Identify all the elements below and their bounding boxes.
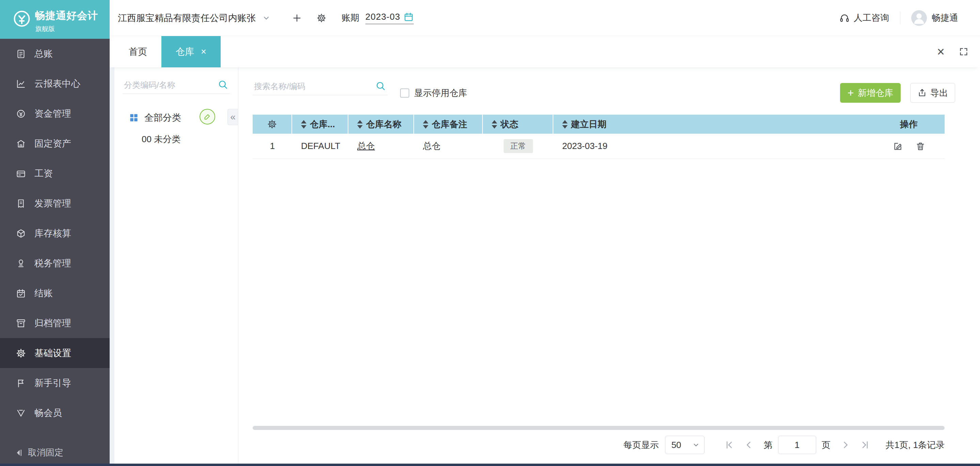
unpin-sidebar-button[interactable]: 取消固定	[14, 447, 63, 458]
user-name[interactable]: 畅捷通	[932, 12, 958, 24]
collapse-panel-button[interactable]: «	[228, 109, 238, 125]
first-page-button[interactable]	[724, 440, 734, 450]
prev-page-button[interactable]	[744, 440, 754, 450]
sidebar-item-fixed-assets[interactable]: 固定资产	[0, 128, 110, 159]
sort-icon[interactable]	[423, 120, 428, 128]
sidebar-item-inventory[interactable]: 库存核算	[0, 219, 110, 248]
account-settings-button[interactable]	[317, 13, 326, 23]
tab-warehouse[interactable]: 仓库 ×	[161, 36, 221, 67]
unpin-label: 取消固定	[28, 447, 63, 458]
per-page-value: 50	[671, 440, 681, 450]
sidebar-item-cloud-reports[interactable]: 云报表中心	[0, 69, 110, 99]
chart-icon	[16, 79, 26, 89]
fullscreen-icon[interactable]	[959, 47, 969, 57]
collapse-icon: «	[230, 112, 235, 122]
support-button[interactable]: 人工咨询	[839, 12, 889, 24]
company-selector[interactable]: 江西服宝精品有限责任公司内账张	[118, 12, 271, 24]
sidebar-item-archive[interactable]: 归档管理	[0, 308, 110, 338]
pagination: 每页显示 50 第 页	[253, 435, 945, 455]
sidebar-item-basic-settings[interactable]: 基础设置	[0, 338, 110, 368]
period-selector[interactable]: 2023-03	[365, 11, 414, 24]
per-page-select[interactable]: 50	[665, 436, 705, 454]
card-icon	[16, 168, 26, 179]
warehouse-name-link[interactable]: 总仓	[357, 140, 375, 152]
status-badge: 正常	[504, 139, 533, 153]
tab-label: 首页	[129, 46, 147, 58]
sort-icon[interactable]	[357, 120, 363, 128]
sort-icon[interactable]	[492, 120, 497, 128]
unpin-icon	[14, 448, 24, 458]
sidebar-item-beginner-guide[interactable]: 新手引导	[0, 368, 110, 398]
sidebar-item-tax[interactable]: 税务管理	[0, 248, 110, 278]
topbar-right: 人工咨询 畅捷通	[839, 10, 958, 26]
sidebar-item-closing[interactable]: 结账	[0, 278, 110, 308]
delete-row-icon[interactable]	[915, 141, 926, 151]
show-disabled-toggle[interactable]: 显示停用仓库	[400, 87, 467, 99]
v-member-icon	[16, 408, 26, 418]
cell-date: 2023-03-19	[553, 134, 873, 159]
warehouse-search-input[interactable]	[253, 78, 388, 95]
sidebar-item-member[interactable]: 畅会员	[0, 398, 110, 428]
period-value: 2023-03	[365, 11, 400, 22]
sidebar-item-label: 工资	[34, 167, 53, 180]
per-page-label: 每页显示	[624, 439, 659, 451]
header-label: 状态	[501, 118, 518, 130]
chevron-down-icon	[692, 441, 700, 449]
search-icon[interactable]	[375, 81, 386, 92]
header-label: 仓库...	[310, 118, 335, 130]
cell-index: 1	[253, 134, 292, 159]
sidebar-item-label: 库存核算	[34, 227, 71, 239]
brand-logo-icon	[12, 9, 31, 28]
cell-note: 总仓	[414, 134, 483, 159]
add-warehouse-button[interactable]: + 新增仓库	[840, 83, 900, 103]
warehouse-table: 仓库... 仓库名称 仓库备注 状态	[253, 115, 945, 159]
show-disabled-label: 显示停用仓库	[414, 87, 467, 99]
sidebar-item-general-ledger[interactable]: 总账	[0, 39, 110, 69]
header-warehouse-name[interactable]: 仓库名称	[348, 115, 414, 134]
header-status[interactable]: 状态	[483, 115, 553, 134]
header-label: 仓库名称	[366, 118, 401, 130]
edit-row-icon[interactable]	[893, 141, 903, 151]
chevron-down-icon	[262, 14, 271, 22]
page-prefix-label: 第	[764, 439, 773, 451]
sidebar-item-funds[interactable]: 资金管理	[0, 99, 110, 128]
header-label: 建立日期	[571, 118, 606, 130]
header-warehouse-note[interactable]: 仓库备注	[414, 115, 483, 134]
table-row[interactable]: 1 DEFAULT 总仓 总仓 正常 2023-03-19	[253, 134, 945, 159]
header-warehouse-code[interactable]: 仓库...	[292, 115, 348, 134]
last-page-button[interactable]	[861, 440, 870, 450]
category-item-uncategorized[interactable]: 00 未分类	[142, 133, 180, 145]
grid-icon	[129, 113, 139, 123]
checkbox-icon[interactable]	[400, 89, 409, 98]
page-number-input[interactable]	[778, 436, 816, 454]
edit-categories-button[interactable]	[200, 109, 215, 125]
sidebar-item-label: 发票管理	[34, 197, 71, 209]
all-categories-item[interactable]: 全部分类	[129, 109, 181, 126]
column-settings-button[interactable]	[253, 115, 292, 134]
calendar-check-icon	[16, 288, 26, 299]
warehouse-search	[253, 78, 388, 95]
sidebar-item-payroll[interactable]: 工资	[0, 159, 110, 189]
tab-close-icon[interactable]: ×	[201, 47, 206, 57]
app-edition: 旗舰版	[35, 24, 55, 33]
plus-icon	[292, 13, 302, 23]
sidebar-item-label: 固定资产	[34, 138, 71, 150]
close-view-icon[interactable]: ×	[937, 45, 945, 58]
next-page-button[interactable]	[841, 440, 850, 450]
person-icon	[911, 10, 927, 26]
export-button[interactable]: 导出	[910, 83, 955, 103]
category-search-input[interactable]	[123, 76, 230, 94]
calendar-icon	[404, 12, 414, 22]
horizontal-scrollbar[interactable]	[253, 426, 945, 430]
tab-bar: 首页 仓库 × ×	[110, 36, 980, 67]
fund-icon	[16, 108, 26, 119]
tab-home[interactable]: 首页	[115, 36, 161, 67]
user-avatar[interactable]	[911, 10, 927, 26]
header-actions: 操作	[873, 115, 945, 134]
add-account-button[interactable]	[292, 13, 302, 23]
sidebar-item-invoices[interactable]: 发票管理	[0, 189, 110, 219]
header-created-date[interactable]: 建立日期	[553, 115, 873, 134]
sort-icon[interactable]	[562, 120, 568, 128]
search-icon[interactable]	[218, 79, 229, 90]
sort-icon[interactable]	[301, 120, 307, 128]
